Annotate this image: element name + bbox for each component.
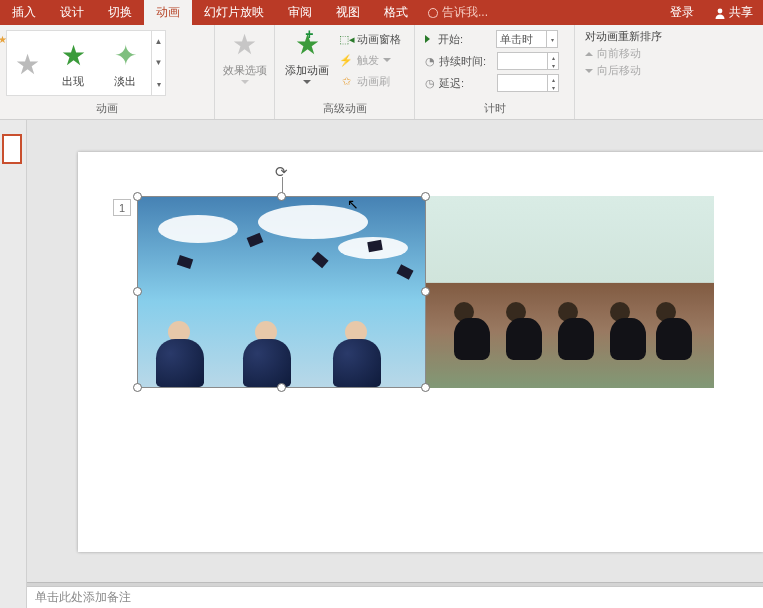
tab-transition[interactable]: 切换 bbox=[96, 0, 144, 25]
animation-pane-button[interactable]: ⬚◂动画窗格 bbox=[339, 29, 401, 49]
ribbon: ★ ★出现 ✦淡出 ▲ ▼ ▾ 动画 ★ 效果选项 ★+ bbox=[0, 25, 763, 120]
animation-painter-button: ✩动画刷 bbox=[339, 71, 401, 91]
notes-pane[interactable]: 单击此处添加备注 bbox=[27, 586, 763, 608]
group-timing-label: 计时 bbox=[419, 101, 570, 119]
slide[interactable]: 1 ⟳ bbox=[78, 152, 763, 552]
tab-format[interactable]: 格式 bbox=[372, 0, 420, 25]
start-label: 开始: bbox=[438, 32, 492, 47]
chevron-down-icon bbox=[585, 69, 593, 73]
resize-handle-ne[interactable] bbox=[421, 192, 430, 201]
slide-image-1-selected[interactable]: 1 ⟳ bbox=[137, 196, 426, 388]
resize-handle-sw[interactable] bbox=[133, 383, 142, 392]
chevron-down-icon bbox=[241, 80, 249, 84]
clock-icon: ◷ bbox=[425, 77, 435, 90]
duration-label: 持续时间: bbox=[439, 54, 493, 69]
resize-handle-nw[interactable] bbox=[133, 192, 142, 201]
ribbon-tabs: 插入 设计 切换 动画 幻灯片放映 审阅 视图 格式 告诉我... 登录 共享 bbox=[0, 0, 763, 25]
tab-slideshow[interactable]: 幻灯片放映 bbox=[192, 0, 276, 25]
resize-handle-n[interactable] bbox=[277, 192, 286, 201]
chevron-down-icon bbox=[383, 58, 391, 62]
resize-handle-e[interactable] bbox=[421, 287, 430, 296]
tell-me-search[interactable]: 告诉我... bbox=[420, 0, 496, 25]
resize-handle-se[interactable] bbox=[421, 383, 430, 392]
share-button[interactable]: 共享 bbox=[704, 0, 763, 25]
chevron-down-icon bbox=[303, 80, 311, 84]
slide-image-2[interactable] bbox=[426, 196, 714, 388]
slide-canvas-area[interactable]: ↖ bbox=[27, 120, 763, 608]
animation-order-badge[interactable]: 1 bbox=[113, 199, 131, 216]
spin-down[interactable]: ▾ bbox=[548, 61, 558, 69]
slide-thumbnail-panel[interactable]: ★ bbox=[0, 120, 27, 608]
tab-animation[interactable]: 动画 bbox=[144, 0, 192, 25]
effect-appear[interactable]: ★出现 bbox=[47, 38, 99, 89]
group-animation-label: 动画 bbox=[4, 101, 210, 119]
effect-fade[interactable]: ✦淡出 bbox=[99, 38, 151, 89]
spin-up[interactable]: ▴ bbox=[548, 75, 558, 83]
effect-options-button: ★ 效果选项 bbox=[219, 27, 270, 84]
reorder-title: 对动画重新排序 bbox=[585, 29, 662, 44]
chevron-up-icon bbox=[585, 52, 593, 56]
animation-gallery[interactable]: ★ ★出现 ✦淡出 ▲ ▼ ▾ bbox=[6, 30, 166, 96]
resize-handle-w[interactable] bbox=[133, 287, 142, 296]
workspace: ★ ↖ bbox=[0, 120, 763, 608]
lightbulb-icon bbox=[428, 8, 438, 18]
slide-thumbnail-1[interactable] bbox=[2, 134, 22, 164]
gallery-down[interactable]: ▼ bbox=[152, 52, 165, 73]
duration-input[interactable]: ▴▾ bbox=[497, 52, 559, 70]
move-later-button: 向后移动 bbox=[585, 63, 662, 78]
resize-handle-s[interactable] bbox=[277, 383, 286, 392]
play-icon bbox=[425, 35, 434, 43]
add-animation-button[interactable]: ★+ 添加动画 bbox=[279, 27, 335, 84]
login-button[interactable]: 登录 bbox=[660, 0, 704, 25]
share-label: 共享 bbox=[729, 4, 753, 21]
pane-icon: ⬚◂ bbox=[339, 33, 353, 46]
spin-up[interactable]: ▴ bbox=[548, 53, 558, 61]
delay-input[interactable]: ▴▾ bbox=[497, 74, 559, 92]
spin-down[interactable]: ▾ bbox=[548, 83, 558, 91]
effect-none[interactable]: ★ bbox=[7, 47, 47, 79]
trigger-button: ⚡触发 bbox=[339, 50, 401, 70]
brush-icon: ✩ bbox=[339, 75, 353, 88]
start-dropdown[interactable]: 单击时▾ bbox=[496, 30, 558, 48]
notes-placeholder: 单击此处添加备注 bbox=[35, 590, 131, 604]
group-advanced-label: 高级动画 bbox=[279, 101, 410, 119]
tab-review[interactable]: 审阅 bbox=[276, 0, 324, 25]
animation-indicator-icon: ★ bbox=[0, 34, 7, 45]
tab-view[interactable]: 视图 bbox=[324, 0, 372, 25]
delay-label: 延迟: bbox=[439, 76, 493, 91]
gallery-more[interactable]: ▾ bbox=[152, 74, 165, 95]
tell-me-placeholder: 告诉我... bbox=[442, 4, 488, 21]
gallery-up[interactable]: ▲ bbox=[152, 31, 165, 52]
tab-design[interactable]: 设计 bbox=[48, 0, 96, 25]
bolt-icon: ⚡ bbox=[339, 54, 353, 67]
move-earlier-button: 向前移动 bbox=[585, 46, 662, 61]
tab-insert[interactable]: 插入 bbox=[0, 0, 48, 25]
clock-icon: ◔ bbox=[425, 55, 435, 68]
chevron-down-icon: ▾ bbox=[547, 31, 557, 47]
svg-point-0 bbox=[718, 8, 723, 13]
person-share-icon bbox=[714, 7, 726, 19]
